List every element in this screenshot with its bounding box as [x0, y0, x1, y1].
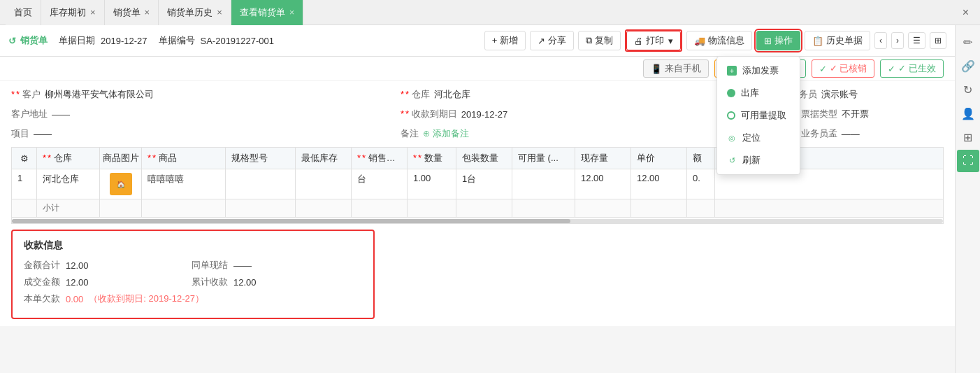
refresh-icon: ↺ — [727, 155, 737, 165]
table-row: 1 河北仓库 🏠 嘻嘻嘻嘻 台 1.00 1台 12.00 12.00 0. — [12, 169, 943, 199]
sidebar-user-icon[interactable]: 👤 — [957, 102, 979, 125]
tab-sales-history-close[interactable]: × — [217, 7, 222, 17]
scroll-indicator[interactable] — [12, 219, 943, 223]
tab-home-label: 首页 — [14, 6, 32, 19]
sidebar-edit-icon[interactable]: ✏ — [957, 31, 979, 53]
locate-icon: ◎ — [727, 133, 737, 143]
goods-column-header: * 商品 — [142, 148, 226, 169]
menu-locate-label: 定位 — [742, 132, 761, 144]
nav-prev-button[interactable]: ‹ — [874, 32, 887, 49]
qty-column-header: * 数量 — [408, 148, 456, 169]
sidebar-grid-icon[interactable]: ⊞ — [957, 126, 979, 148]
payment-row-1: 金额合计 12.00 同单现结 —— — [24, 259, 362, 272]
img-column-header: 商品图片 — [100, 148, 142, 169]
avail-column-header: 可用量 (... — [512, 148, 575, 169]
employee-value: 演示账号 — [821, 88, 905, 101]
print-dropdown-arrow: ▾ — [668, 36, 673, 46]
tab-sales-close[interactable]: × — [145, 7, 150, 17]
history-button-label: 历史单据 — [826, 34, 863, 47]
copy-button[interactable]: ⧉ 复制 — [578, 31, 621, 50]
tab-view-sales-close[interactable]: × — [289, 7, 295, 17]
sidebar-rotate-icon[interactable]: ↻ — [957, 78, 979, 101]
same-order-settle-field: 同单现结 —— — [192, 259, 331, 272]
sidebar-expand-icon[interactable]: ⛶ — [957, 150, 979, 172]
subtotal-price — [631, 199, 687, 217]
new-button[interactable]: + 新增 — [484, 31, 526, 50]
menu-outbound[interactable]: 出库 — [717, 82, 800, 104]
product-image: 🏠 — [110, 173, 132, 195]
doc-num-label: 单据编号 SA-20191227-001 — [159, 34, 275, 47]
sold-button[interactable]: ✓ ✓ 已核销 — [812, 59, 875, 78]
deal-amount-value: 12.00 — [66, 277, 89, 288]
amount-total-field: 金额合计 12.00 — [24, 259, 164, 272]
layout-list-button[interactable]: ☰ — [908, 32, 925, 49]
tab-home[interactable]: 首页 — [6, 0, 41, 25]
row-img: 🏠 — [100, 169, 142, 199]
sidebar-link-icon[interactable]: 🔗 — [957, 55, 979, 77]
nav-next-button[interactable]: › — [891, 32, 904, 49]
tab-sales-history[interactable]: 销货单历史 × — [159, 0, 231, 25]
menu-add-invoice[interactable]: + 添加发票 — [717, 59, 800, 82]
tab-view-sales[interactable]: 查看销货单 × — [231, 0, 304, 25]
due-date-value: 2019-12-27 — [461, 109, 545, 120]
phone-icon: 📱 — [651, 64, 662, 74]
from-phone-label: 来自手机 — [665, 62, 701, 75]
row-price: 12.00 — [631, 169, 687, 199]
employee-field: 业务员 演示账号 — [790, 88, 944, 101]
menu-available-qty[interactable]: 可用量提取 — [717, 104, 800, 127]
payment-row-3: 本单欠款 0.00 （收款到期日: 2019-12-27） — [24, 293, 362, 305]
tab-close-global[interactable]: × — [957, 6, 974, 19]
copy-icon: ⧉ — [586, 35, 592, 46]
address-value: —— — [52, 109, 136, 120]
notes-add[interactable]: ⊕ 添加备注 — [423, 127, 507, 140]
amount-total-label: 金额合计 — [24, 259, 60, 272]
tab-sales-history-label: 销货单历史 — [167, 6, 212, 19]
doc-actions: + 新增 ↗ 分享 ⧉ 复制 🖨 打印 ▾ 🚚 物流信息 — [484, 29, 946, 52]
menu-refresh[interactable]: ↺ 刷新 — [717, 149, 800, 171]
row-unit: 台 — [352, 169, 408, 199]
subtotal-warehouse: 小计 — [37, 199, 100, 217]
print-button[interactable]: 🖨 打印 ▾ — [626, 31, 681, 50]
project-field: 项目 —— — [11, 127, 165, 140]
warehouse-column-header: * 仓库 — [37, 148, 100, 169]
effect-button[interactable]: ✓ ✓ 已生效 — [880, 59, 944, 78]
same-order-settle-label: 同单现结 — [192, 259, 228, 272]
row-num: 1 — [12, 169, 37, 199]
subtotal-qty — [408, 199, 456, 217]
tab-bar: 首页 库存期初 × 销货单 × 销货单历史 × 查看销货单 × × — [0, 0, 980, 25]
subtotal-spec — [226, 199, 296, 217]
row-stock: 12.00 — [575, 169, 631, 199]
menu-locate[interactable]: ◎ 定位 — [717, 127, 800, 149]
print-operate-wrapper: 🖨 打印 ▾ — [625, 29, 682, 52]
subtotal-avail — [512, 199, 575, 217]
tab-inventory-close[interactable]: × — [90, 7, 96, 17]
operate-button[interactable]: ⊞ 操作 — [756, 31, 800, 50]
share-button[interactable]: ↗ 分享 — [530, 31, 574, 50]
salesperson-field: * 业务员孟 —— — [790, 127, 944, 140]
customer-label: * 客户 — [11, 88, 41, 101]
doc-type-label: 销货单 — [20, 34, 48, 47]
settings-column-header[interactable]: ⚙ — [12, 148, 37, 169]
scroll-thumb — [12, 219, 570, 223]
amount-total-value: 12.00 — [66, 260, 89, 271]
warehouse-field: * 仓库 河北仓库 — [401, 88, 554, 101]
sold-icon: ✓ — [819, 64, 827, 74]
tab-inventory-label: 库存期初 — [50, 6, 86, 19]
table-header: ⚙ * 仓库 商品图片 * 商品 规格型号 最低库存 * 销售单位 * 数量 包… — [12, 148, 943, 169]
history-button[interactable]: 📋 历史单据 — [805, 31, 870, 50]
bottom-section: 收款信息 金额合计 12.00 同单现结 —— 成交金额 12.00 — [11, 224, 944, 319]
payment-title: 收款信息 — [24, 239, 362, 252]
row-more: 0. — [687, 169, 715, 199]
same-order-settle-value: —— — [233, 260, 252, 271]
warehouse-value: 河北仓库 — [434, 88, 518, 101]
logistics-button[interactable]: 🚚 物流信息 — [686, 31, 752, 50]
tab-inventory[interactable]: 库存期初 × — [41, 0, 105, 25]
tab-view-sales-label: 查看销货单 — [240, 6, 285, 19]
subtotal-row: 小计 — [12, 199, 943, 218]
new-button-label: + 新增 — [492, 34, 518, 47]
from-phone-button[interactable]: 📱 来自手机 — [643, 59, 709, 78]
tab-sales[interactable]: 销货单 × — [105, 0, 159, 25]
add-icon: ⊕ — [423, 128, 430, 139]
subtotal-label — [12, 199, 37, 217]
layout-grid-button[interactable]: ⊞ — [930, 32, 946, 49]
